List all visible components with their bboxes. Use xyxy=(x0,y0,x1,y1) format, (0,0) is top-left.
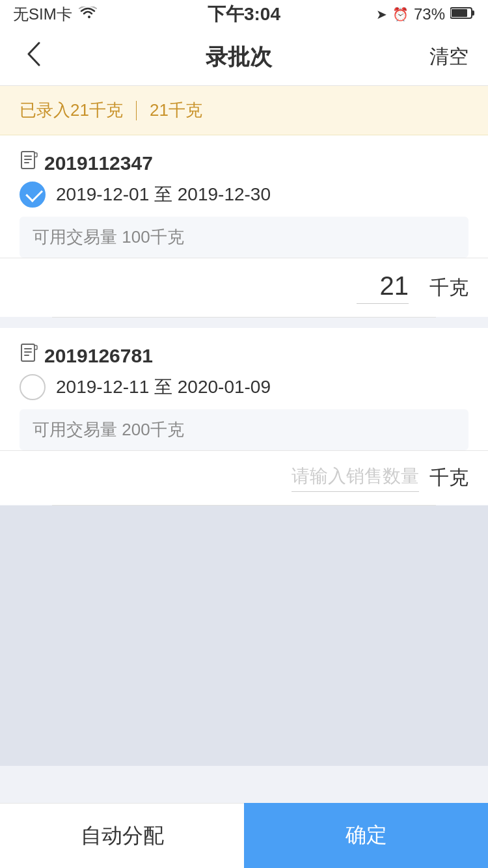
summary-value: 21千克 xyxy=(150,99,202,122)
carrier-label: 无SIM卡 xyxy=(13,4,72,25)
item-date-row-2: 2019-12-11 至 2020-01-09 xyxy=(20,374,468,400)
auto-distribute-button[interactable]: 自动分配 xyxy=(0,803,244,868)
alarm-icon: ⏰ xyxy=(392,7,409,22)
status-time: 下午3:04 xyxy=(208,2,280,27)
svg-rect-9 xyxy=(24,348,32,349)
quantity-input-1[interactable]: 21 xyxy=(357,271,409,304)
svg-rect-6 xyxy=(24,162,29,163)
summary-divider xyxy=(136,101,137,120)
card-divider xyxy=(0,318,488,328)
quantity-unit-2: 千克 xyxy=(429,465,468,491)
document-icon-2 xyxy=(20,344,39,368)
quantity-input-2[interactable]: 请输入销售数量 xyxy=(291,464,419,492)
bottom-gray-area xyxy=(0,506,488,766)
wifi-icon xyxy=(79,5,97,23)
item-avail-row-1: 可用交易量 100千克 xyxy=(20,217,468,258)
confirm-button[interactable]: 确定 xyxy=(244,803,488,868)
item-id-row-2: 2019126781 xyxy=(20,344,468,368)
svg-rect-10 xyxy=(24,351,32,353)
battery-icon xyxy=(450,5,475,23)
svg-rect-12 xyxy=(34,346,37,349)
status-left: 无SIM卡 xyxy=(13,4,97,25)
item-date-text-2: 2019-12-11 至 2020-01-09 xyxy=(56,375,271,400)
location-icon: ➤ xyxy=(376,7,387,22)
item-card-1: 2019112347 2019-12-01 至 2019-12-30 可用交易量… xyxy=(0,135,488,317)
item-date-row-1: 2019-12-01 至 2019-12-30 xyxy=(20,182,468,208)
nav-bar: 录批次 清空 xyxy=(0,29,488,86)
quantity-placeholder-2: 请输入销售数量 xyxy=(291,464,419,489)
quantity-row-2: 请输入销售数量 千克 xyxy=(0,450,488,505)
svg-rect-7 xyxy=(34,153,37,157)
quantity-value-1: 21 xyxy=(357,271,409,301)
svg-rect-1 xyxy=(472,10,474,16)
svg-rect-4 xyxy=(24,156,32,157)
quantity-unit-1: 千克 xyxy=(429,275,468,301)
summary-recorded-label: 已录入21千克 xyxy=(20,99,123,122)
status-right: ➤ ⏰ 73% xyxy=(376,5,475,23)
item-checkbox-1[interactable] xyxy=(20,182,46,208)
item-id-row-1: 2019112347 xyxy=(20,151,468,175)
page-title: 录批次 xyxy=(206,42,272,72)
item-id-text-2: 2019126781 xyxy=(44,345,153,367)
item-checkbox-2[interactable] xyxy=(20,374,46,400)
battery-label: 73% xyxy=(414,5,445,23)
bottom-bar: 自动分配 确定 xyxy=(0,803,488,868)
item-avail-row-2: 可用交易量 200千克 xyxy=(20,409,468,450)
item-avail-text-1: 可用交易量 100千克 xyxy=(33,227,184,247)
item-date-text-1: 2019-12-01 至 2019-12-30 xyxy=(56,182,271,207)
quantity-row-1: 21 千克 xyxy=(0,258,488,317)
clear-button[interactable]: 清空 xyxy=(429,44,468,70)
item-card-2: 2019126781 2019-12-11 至 2020-01-09 可用交易量… xyxy=(0,328,488,505)
svg-rect-2 xyxy=(452,9,467,17)
svg-rect-5 xyxy=(24,159,32,160)
summary-bar: 已录入21千克 21千克 xyxy=(0,86,488,135)
svg-rect-11 xyxy=(24,355,29,356)
item-id-text-1: 2019112347 xyxy=(44,152,153,174)
back-button[interactable] xyxy=(20,35,48,79)
item-avail-text-2: 可用交易量 200千克 xyxy=(33,420,184,439)
status-bar: 无SIM卡 下午3:04 ➤ ⏰ 73% xyxy=(0,0,488,29)
document-icon-1 xyxy=(20,151,39,175)
